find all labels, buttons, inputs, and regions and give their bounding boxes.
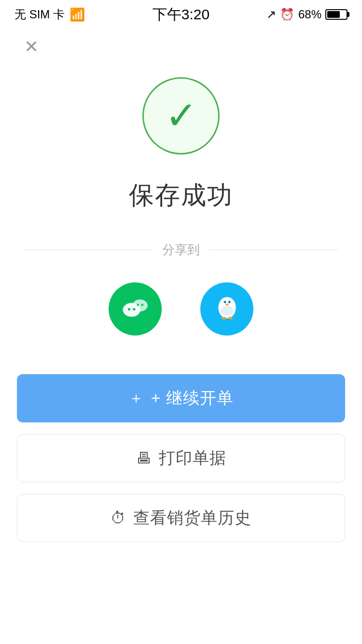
share-icons (109, 282, 253, 336)
share-label: 分享到 (153, 241, 209, 258)
print-icon: 🖶 (136, 449, 152, 467)
svg-point-4 (137, 304, 139, 306)
location-icon: ↗ (266, 8, 276, 21)
clock-icon: ⏱ (111, 509, 126, 527)
svg-point-10 (224, 301, 226, 303)
share-divider: 分享到 (0, 241, 362, 258)
success-circle: ✓ (142, 77, 220, 154)
plus-icon: ＋ (128, 388, 144, 409)
history-label: 查看销货单历史 (133, 507, 251, 529)
close-icon: ✕ (24, 37, 39, 57)
svg-point-13 (221, 306, 233, 316)
print-button[interactable]: 🖶 打印单据 (17, 434, 345, 482)
success-title: 保存成功 (129, 179, 233, 212)
battery-icon (325, 9, 348, 20)
svg-point-2 (127, 308, 130, 310)
svg-point-3 (133, 308, 135, 310)
svg-point-15 (228, 317, 232, 319)
status-time: 下午3:20 (153, 5, 209, 25)
checkmark-icon: ✓ (165, 97, 197, 135)
print-label: 打印单据 (159, 447, 226, 469)
qq-share-button[interactable] (200, 282, 253, 336)
svg-point-14 (222, 317, 226, 319)
wifi-icon: 📶 (70, 7, 85, 22)
svg-point-11 (229, 301, 230, 303)
continue-button[interactable]: ＋ + 继续开单 (17, 374, 345, 422)
action-buttons: ＋ + 继续开单 🖶 打印单据 ⏱ 查看销货单历史 (17, 374, 345, 542)
status-right: ↗ ⏰ 68% (266, 8, 348, 21)
wechat-share-button[interactable] (109, 282, 162, 336)
svg-point-12 (225, 303, 229, 305)
alarm-icon: ⏰ (280, 8, 294, 21)
battery-fill (327, 11, 340, 18)
battery-percent: 68% (298, 8, 321, 21)
history-button[interactable]: ⏱ 查看销货单历史 (17, 494, 345, 542)
continue-label: + 继续开单 (151, 387, 234, 409)
svg-point-5 (141, 304, 143, 306)
status-left: 无 SIM 卡 📶 (14, 7, 85, 22)
status-bar: 无 SIM 卡 📶 下午3:20 ↗ ⏰ 68% (0, 0, 362, 29)
divider-line-right (209, 250, 338, 250)
wechat-icon (120, 294, 151, 325)
main-content: ✓ 保存成功 分享到 (0, 29, 362, 542)
qq-icon (211, 294, 243, 325)
close-button[interactable]: ✕ (19, 35, 43, 59)
sim-status: 无 SIM 卡 (14, 7, 65, 22)
divider-line-left (24, 250, 153, 250)
